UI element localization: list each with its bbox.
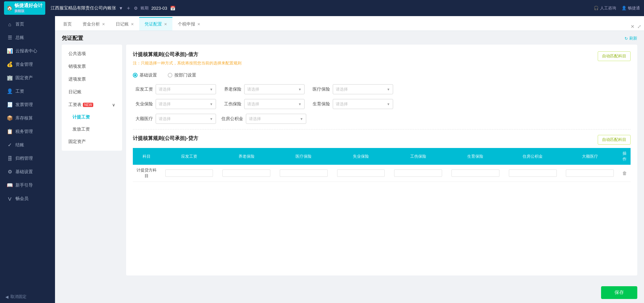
cell-subject: 计提贷方科目 [133,165,161,182]
save-button[interactable]: 保存 [601,286,637,299]
field-work-injury: 工伤保险 请选择 ▼ [221,99,305,109]
guide-icon: 📖 [7,182,13,188]
user-menu[interactable]: 👤 畅捷通 [622,5,640,11]
cancel-fixed-button[interactable]: ◀ 取消固定 [0,291,55,303]
input-maternity[interactable] [451,169,499,177]
cell-unemployment [332,165,390,182]
medical-select[interactable]: 请选择 ▼ [333,84,393,94]
tax-icon: 📋 [7,129,13,135]
th-work-injury: 工伤保险 [389,148,447,165]
sidebar-item-home[interactable]: ⌂ 首页 [0,17,55,31]
cell-work-injury [389,165,447,182]
maternity-label: 生育保险 [310,101,330,107]
housing-fund-select[interactable]: 请选择 ▼ [246,114,306,124]
calendar-icon[interactable]: 📅 [170,6,175,11]
th-pension: 养老保险 [218,148,275,165]
nav-item-fixed-assets[interactable]: 固定资产 [62,135,122,148]
invoice-icon: 🧾 [7,102,13,108]
field-housing-fund: 住房公积金 请选择 ▼ [221,114,306,124]
period-value[interactable]: 2023-03 [151,6,167,11]
tab-journal[interactable]: 日记账 ✕ [110,17,139,31]
settings-icon[interactable]: ⚙ [134,6,138,11]
major-medical-arrow: ▼ [210,117,213,121]
sidebar-item-archive[interactable]: 🗄 归档管理 [0,152,55,165]
nav-item-pay-salary[interactable]: 发放工资 [62,123,122,135]
pension-placeholder: 请选择 [247,87,259,92]
sidebar-item-closing[interactable]: ✓ 结账 [0,138,55,152]
tab-home[interactable]: 首页 [58,17,77,31]
ledger-icon: ☰ [7,35,13,41]
radio-basic-inner [134,74,136,76]
major-medical-select[interactable]: 请选择 ▼ [156,114,216,124]
close-all-icon[interactable]: ✕ [631,24,635,29]
credit-section: 计提核算规则(公司承担)-贷方 自动匹配科目 科目 应发工资 养老保险 医疗保险… [133,135,631,182]
debit-section-title: 计提核算规则(公司承担)-借方 [133,51,241,58]
sidebar-item-vip[interactable]: V 畅会员 [0,192,55,205]
gross-salary-select[interactable]: 请选择 ▼ [156,84,216,94]
field-maternity: 生育保险 请选择 ▼ [310,99,393,109]
cell-major-medical [561,165,619,182]
delete-icon[interactable]: 🗑 [622,170,627,176]
tab-funds-close[interactable]: ✕ [102,22,105,27]
debit-auto-match-button[interactable]: 自动匹配科目 [598,51,631,61]
field-medical: 医疗保险 请选择 ▼ [310,84,393,94]
nav-item-accrual-salary[interactable]: 计提工资 [62,111,122,123]
medical-label: 医疗保险 [310,86,330,92]
add-account-button[interactable]: ＋ [126,5,131,12]
tab-journal-close[interactable]: ✕ [131,22,134,27]
sidebar-item-ledger[interactable]: ☰ 总账 [0,31,55,44]
unemployment-label: 失业保险 [133,101,153,107]
input-work-injury[interactable] [394,169,442,177]
nav-item-purchase-invoice[interactable]: 进项发票 [62,73,122,86]
sidebar-item-invoice[interactable]: 🧾 发票管理 [0,98,55,111]
credit-auto-match-button[interactable]: 自动匹配科目 [598,135,631,145]
th-operation: 操作 [619,148,631,165]
refresh-button[interactable]: ↻ 刷新 [625,36,637,41]
nav-item-sales-invoice[interactable]: 销项发票 [62,60,122,73]
support-button[interactable]: 🎧 人工咨询 [594,5,616,11]
radio-basic-settings[interactable]: 基础设置 [133,72,157,78]
tab-voucher-config[interactable]: 凭证配置 ✕ [139,17,172,31]
sidebar-item-tax[interactable]: 📋 税务管理 [0,125,55,138]
input-gross[interactable] [165,169,213,177]
unemployment-arrow: ▼ [210,102,213,106]
headset-icon: 🎧 [594,6,599,10]
tab-tax-label: 个税申报 [178,21,195,27]
nav-item-payroll-table[interactable]: 工资表 NEW ∨ [62,98,122,111]
work-injury-label: 工伤保险 [221,101,241,107]
page-header: 凭证配置 ↻ 刷新 [55,31,644,45]
tab-tax-close[interactable]: ✕ [197,22,200,27]
input-unemployment[interactable] [337,169,385,177]
nav-item-public[interactable]: 公共选项 [62,47,122,60]
maternity-select[interactable]: 请选择 ▼ [333,99,393,109]
tab-funds[interactable]: 资金分析 ✕ [77,17,110,31]
company-dropdown-icon[interactable]: ▼ [119,6,123,11]
tab-journal-label: 日记账 [116,21,129,27]
tab-voucher-close[interactable]: ✕ [164,22,167,27]
nav-item-journal[interactable]: 日记账 [62,86,122,98]
input-medical[interactable] [280,169,328,177]
expand-payroll-icon[interactable]: ∨ [112,102,115,107]
sidebar-item-guide[interactable]: 📖 新手引导 [0,179,55,192]
pension-select[interactable]: 请选择 ▼ [244,84,305,94]
expand-icon[interactable]: ⤢ [637,24,641,29]
sidebar-item-salary[interactable]: 👤 工资 [0,85,55,98]
sidebar-item-reports[interactable]: 📊 云报表中心 [0,44,55,58]
sidebar-item-settings[interactable]: ⚙ 基础设置 [0,165,55,179]
medical-placeholder: 请选择 [336,87,348,92]
radio-dept-settings[interactable]: 按部门设置 [168,72,196,78]
input-housing[interactable] [509,169,557,177]
tab-tax[interactable]: 个税申报 ✕ [172,17,206,31]
app-edition: 旗舰版 [14,9,43,13]
work-injury-placeholder: 请选择 [247,101,259,107]
sidebar-item-assets[interactable]: 🏢 固定资产 [0,71,55,85]
sidebar-item-inventory[interactable]: 📦 库存核算 [0,111,55,125]
sidebar-label-inventory: 库存核算 [15,115,33,121]
input-pension[interactable] [222,169,270,177]
input-major-medical[interactable] [566,169,614,177]
sidebar-item-funds[interactable]: 💰 资金管理 [0,58,55,71]
th-subject: 科目 [133,148,161,165]
work-injury-select[interactable]: 请选择 ▼ [244,99,305,109]
unemployment-select[interactable]: 请选择 ▼ [156,99,216,109]
tab-voucher-label: 凭证配置 [145,21,162,27]
